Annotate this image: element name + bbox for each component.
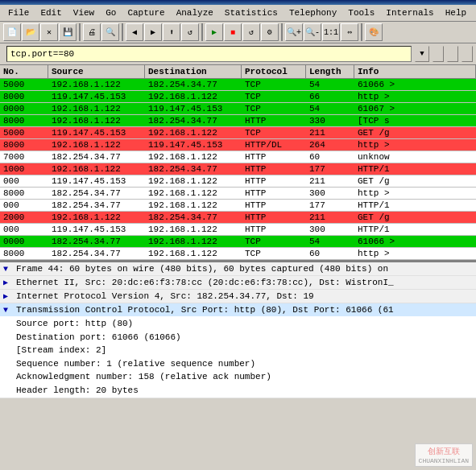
packet-cell-info: http > <box>354 139 476 150</box>
packet-cell-length: 60 <box>306 151 354 163</box>
menu-tools[interactable]: Tools <box>343 6 379 19</box>
packet-cell-info: HTTP/1 <box>354 224 476 235</box>
packet-cell-dest: 192.168.1.122 <box>145 175 242 187</box>
packet-cell-info: unknow <box>354 151 476 163</box>
packet-cell-info: HTTP/1 <box>354 163 476 175</box>
filter-clear-btn[interactable] <box>447 46 458 62</box>
packet-cell-protocol: TCP <box>242 127 306 138</box>
watermark-logo: 创新互联 <box>419 446 469 457</box>
btn-color[interactable]: 🎨 <box>365 23 383 41</box>
col-info[interactable]: Info <box>354 65 476 78</box>
filter-apply-btn[interactable] <box>462 46 473 62</box>
btn-new[interactable]: 📄 <box>3 23 21 41</box>
table-row[interactable]: 2000192.168.1.122182.254.34.77HTTP211GET… <box>0 212 476 224</box>
btn-back[interactable]: ◀ <box>126 23 143 41</box>
btn-capture-start[interactable]: ▶ <box>205 23 223 41</box>
packet-cell-dest: 119.147.45.153 <box>145 103 242 114</box>
packet-cell-length: 54 <box>306 79 354 90</box>
menu-internals[interactable]: Internals <box>381 6 438 19</box>
btn-go-to[interactable]: ⬆ <box>163 23 180 41</box>
menu-help[interactable]: Help <box>441 6 471 19</box>
btn-capture-stop[interactable]: ■ <box>224 23 242 41</box>
packet-cell-no: 8000 <box>0 115 48 126</box>
table-row[interactable]: 8000182.254.34.77192.168.1.122HTTP300htt… <box>0 188 476 200</box>
btn-reload[interactable]: ↺ <box>181 23 199 41</box>
table-row[interactable]: 0000182.254.34.77192.168.1.122TCP5461066… <box>0 236 476 248</box>
btn-open[interactable]: 📂 <box>22 23 39 41</box>
packet-cell-protocol: HTTP <box>242 188 306 199</box>
table-row[interactable]: 8000192.168.1.122119.147.45.153HTTP/DL26… <box>0 139 476 151</box>
filter-expression-btn[interactable] <box>433 46 444 62</box>
btn-forward[interactable]: ▶ <box>144 23 162 41</box>
table-row[interactable]: 000119.147.45.153192.168.1.122HTTP211GET… <box>0 175 476 188</box>
table-row[interactable]: 0000192.168.1.122119.147.45.153TCP546106… <box>0 103 476 115</box>
packet-cell-source: 119.147.45.153 <box>48 91 145 102</box>
menu-analyze[interactable]: Analyze <box>172 6 218 19</box>
col-source[interactable]: Source <box>48 65 145 78</box>
table-row[interactable]: 1000192.168.1.122182.254.34.77HTTP177HTT… <box>0 163 476 175</box>
packet-cell-source: 182.254.34.77 <box>48 188 145 199</box>
table-row[interactable]: 000182.254.34.77192.168.1.122HTTP177HTTP… <box>0 200 476 212</box>
detail-expand-icon-frame[interactable]: ▼ <box>3 265 13 274</box>
packet-cell-dest: 192.168.1.122 <box>145 127 242 138</box>
btn-zoom-in[interactable]: 🔍+ <box>285 23 303 41</box>
packet-cell-length: 264 <box>306 139 354 150</box>
table-row[interactable]: 5000192.168.1.122182.254.34.77TCP5461066… <box>0 79 476 91</box>
packet-cell-info: 61066 > <box>354 79 476 90</box>
btn-capture-options[interactable]: ⚙ <box>261 23 279 41</box>
table-row[interactable]: 5000119.147.45.153192.168.1.122TCP211GET… <box>0 127 476 139</box>
menu-go[interactable]: Go <box>101 6 121 19</box>
btn-find[interactable]: 🔍 <box>101 23 119 41</box>
btn-print[interactable]: 🖨 <box>83 23 101 41</box>
menu-telephony[interactable]: Telephony <box>284 6 341 19</box>
menu-statistics[interactable]: Statistics <box>220 6 283 19</box>
packet-cell-protocol: HTTP <box>242 200 306 211</box>
detail-title-tcp[interactable]: ▼Transmission Control Protocol, Src Port… <box>0 303 476 316</box>
detail-title-frame[interactable]: ▼Frame 44: 60 bytes on wire (480 bits), … <box>0 262 476 275</box>
col-dest[interactable]: Destination <box>145 65 242 78</box>
detail-line: Acknowledgment number: 158 (relative ack… <box>16 370 473 384</box>
packet-cell-no: 000 <box>0 200 48 211</box>
filter-input[interactable] <box>6 46 412 62</box>
packet-cell-length: 211 <box>306 175 354 187</box>
btn-zoom-reset[interactable]: 1:1 <box>322 23 340 41</box>
col-length[interactable]: Length <box>306 65 354 78</box>
packet-cell-length: 54 <box>306 236 354 247</box>
detail-expand-icon-tcp[interactable]: ▼ <box>3 306 13 315</box>
table-row[interactable]: 7000182.254.34.77192.168.1.122HTTP60unkn… <box>0 151 476 163</box>
table-row[interactable]: 8000182.254.34.77192.168.1.122TCP60http … <box>0 248 476 260</box>
detail-line: [Stream index: 2] <box>16 344 473 357</box>
btn-resize[interactable]: ⇔ <box>341 23 358 41</box>
detail-title-text-ip: Internet Protocol Version 4, Src: 182.25… <box>16 291 314 301</box>
table-row[interactable]: 8000119.147.45.153192.168.1.122TCP66http… <box>0 91 476 103</box>
col-protocol[interactable]: Protocol <box>242 65 306 78</box>
detail-expand-icon-ip[interactable]: ▶ <box>3 291 13 301</box>
packet-cell-no: 8000 <box>0 188 48 199</box>
detail-line: Header length: 20 bytes <box>16 384 473 398</box>
menu-file[interactable]: File <box>3 6 34 19</box>
filter-dropdown[interactable]: ▼ <box>415 46 429 62</box>
packet-cell-info: 61066 > <box>354 236 476 247</box>
detail-expand-icon-ethernet[interactable]: ▶ <box>3 278 13 287</box>
btn-capture-restart[interactable]: ↺ <box>242 23 260 41</box>
detail-title-ethernet[interactable]: ▶Ethernet II, Src: 20:dc:e6:f3:78:cc (20… <box>0 276 476 289</box>
table-row[interactable]: 8000192.168.1.122182.254.34.77HTTP330[TC… <box>0 115 476 127</box>
sep1 <box>79 23 81 41</box>
col-no[interactable]: No. <box>0 65 48 78</box>
packet-cell-source: 192.168.1.122 <box>48 103 145 114</box>
packet-header: No. Source Destination Protocol Length I… <box>0 65 476 79</box>
table-row[interactable]: 000119.147.45.153192.168.1.122HTTP300HTT… <box>0 224 476 236</box>
packet-cell-dest: 182.254.34.77 <box>145 163 242 175</box>
packet-cell-dest: 192.168.1.122 <box>145 248 242 259</box>
btn-zoom-out[interactable]: 🔍- <box>304 23 321 41</box>
packet-cell-length: 300 <box>306 188 354 199</box>
menu-view[interactable]: View <box>68 6 99 19</box>
packet-cell-protocol: HTTP <box>242 224 306 235</box>
btn-close[interactable]: ✕ <box>40 23 58 41</box>
menu-capture[interactable]: Capture <box>122 6 169 19</box>
btn-save[interactable]: 💾 <box>59 23 77 41</box>
packet-cell-protocol: HTTP <box>242 212 306 223</box>
packet-cell-no: 7000 <box>0 151 48 163</box>
detail-title-ip[interactable]: ▶Internet Protocol Version 4, Src: 182.2… <box>0 290 476 303</box>
menu-edit[interactable]: Edit <box>35 6 66 19</box>
